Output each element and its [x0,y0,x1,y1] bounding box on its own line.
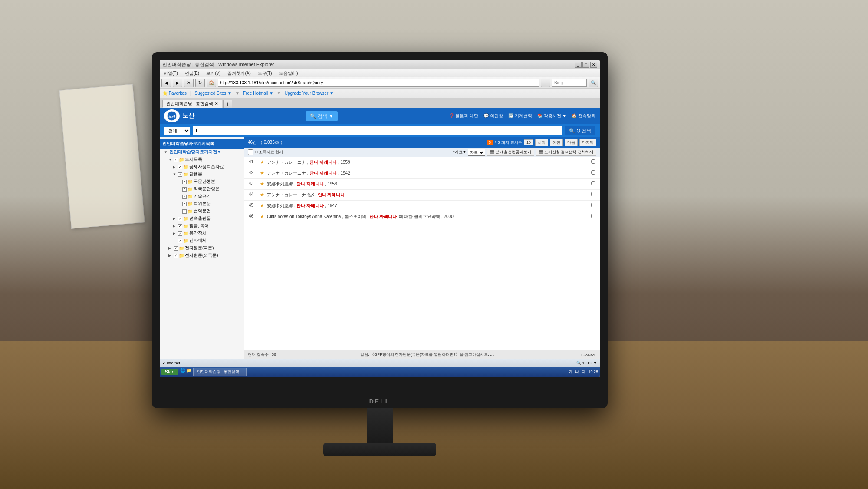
tree-item-pamphlet[interactable]: ▶ ✓ 📁 팜플, 독어 [160,222,244,230]
nav-qa[interactable]: ❓ 물음과 대답 [449,113,479,119]
tree-item-thesis[interactable]: ✓ 📁 학위론문 [160,200,244,208]
tab-close-icon[interactable]: ✕ [215,102,218,106]
prev-btn[interactable]: 이전 [550,139,563,146]
item-checkbox-45[interactable] [591,203,595,207]
upgrade-browser[interactable]: Upgrade Your Browser ▼ [285,91,334,96]
menu-help[interactable]: 도움말(H) [278,70,299,76]
results-area: 46건 （ 0.035초 ） 5 / 5 페지 표시수 10 [244,137,600,359]
minimize-button[interactable]: _ [575,62,582,68]
select-all-checkbox[interactable] [248,149,253,155]
checkbox-library[interactable]: ✓ [174,158,178,162]
tree-label-juche: 공제사상학습자료 [189,164,224,170]
tree-item-tech[interactable]: ✓ 📁 기술규격 [160,193,244,200]
tree-item-korean-books[interactable]: ✓ 📁 국문단행본 [160,178,244,185]
address-bar[interactable] [218,79,539,87]
tree-item-library[interactable]: ▼ ✓ 📁 도서목록 [160,156,244,163]
dell-logo-text: DELL [369,398,391,405]
next-btn[interactable]: 다음 [565,139,578,146]
checkbox-pamphlet[interactable]: ✓ [178,224,182,228]
tree-item-translation[interactable]: ✓ 📁 번역문건 [160,208,244,215]
taskbar-icon-ie: 🌐 [180,368,185,376]
menu-view[interactable]: 보기(V) [205,70,222,76]
ie-search-input[interactable] [552,79,587,87]
library-search-button[interactable]: 🔍 검색 ▼ [306,111,338,121]
home-button[interactable]: 🏠 [207,79,216,87]
per-page-btn[interactable]: 10 [524,139,533,145]
search-btn-icon: 🔍 [569,128,575,134]
item-checkbox-43[interactable] [591,181,595,185]
item-checkbox-44[interactable] [591,192,595,196]
checkbox-books[interactable]: ✓ [178,172,182,177]
ie-search-button[interactable]: 🔍 [589,79,598,87]
title-suffix: '에 대한 클리프요약책 , 2000 [398,214,454,219]
tree-item-ekorean[interactable]: ▶ ✓ 📁 전자원문(국문) [160,244,244,252]
results-header: 46건 （ 0.035초 ） 5 / 5 페지 표시수 10 [244,137,600,148]
back-button[interactable]: ◀ [161,79,171,87]
tree-label-music: 음악장서 [189,231,207,236]
page-separator: / [495,140,496,145]
tree-item-books[interactable]: ▼ ✓ 📁 단행본 [160,171,244,178]
main-search-button[interactable]: 🔍 Q 검색 [565,126,595,135]
tree-label-pamphlet: 팜플, 독어 [189,223,209,229]
result-item-41: 41 ★ アンナ・カレーニナ , 안나 까레니나 , 1959 [244,157,600,168]
tree-item-juche[interactable]: ▶ ✓ 📁 공제사상학습자료 [160,163,244,171]
tree-item-foreign-books[interactable]: ✓ 📁 외국문단행본 [160,185,244,193]
restore-button[interactable]: □ [582,62,589,68]
free-hotmail[interactable]: Free Hotmail ▼ [243,91,273,96]
tree-item-music[interactable]: ▶ ✓ 📁 음악장서 [160,230,244,237]
ie-status-bar: ✓ Internet 🔍 100% ▼ [160,359,600,367]
nav-access[interactable]: 🏠 접속탈퇴 [572,113,595,119]
favorites-btn[interactable]: ⭐ Favorites [162,91,187,96]
checkbox-thesis[interactable]: ✓ [182,202,187,206]
search-category-select[interactable]: 전체 [164,127,190,135]
library-request-btn[interactable]: ▦ 도서신청 검색선택 전체해제 [536,149,596,156]
checkbox-tech[interactable]: ✓ [182,195,187,199]
close-button[interactable]: ✕ [590,62,597,68]
stop-button[interactable]: ✕ [184,79,194,87]
checkbox-juche[interactable]: ✓ [178,165,182,169]
item-checkbox-46[interactable] [591,214,595,218]
tree-item-eforeign[interactable]: ▶ ✓ 📁 전자원문(외국문) [160,252,244,259]
nav-dict[interactable]: 📚 각종사전 ▼ [537,113,566,119]
taskbar-browser-item[interactable]: 인민대학습당 | 통합검색... [193,368,247,376]
title-highlight: 안나 까레니나 [309,171,337,175]
current-page-btn[interactable]: 5 [487,140,493,145]
suggested-sites[interactable]: Suggested Sites ▼ [195,91,232,96]
tab-label: 인민대학습당 | 통합검색 [166,101,213,107]
last-btn[interactable]: 마지막 [579,139,596,146]
item-checkbox-42[interactable] [591,170,595,175]
nav-translate[interactable]: 🔄 기계번역 [508,113,532,119]
checkbox-ekorean[interactable]: ✓ [174,246,178,251]
checkbox-korean[interactable]: ✓ [182,180,187,184]
total-pages: 5 [497,140,500,145]
refresh-button[interactable]: ↻ [195,79,205,87]
checkbox-translation[interactable]: ✓ [182,209,187,214]
menu-favorites[interactable]: 즐겨찾기(A) [226,70,252,76]
item-checkbox-41[interactable] [591,159,595,164]
menu-file[interactable]: 파일(F) [162,70,179,76]
main-search-input[interactable] [193,126,562,135]
tab-main[interactable]: 인민대학습당 | 통합검색 ✕ [162,100,222,108]
tab-new[interactable]: + [223,100,232,108]
branch-view-btn[interactable]: ▦ 분야 출선련공과보기 [487,149,534,156]
sort-select[interactable]: 자료 [468,149,485,156]
menu-edit[interactable]: 편집(E) [184,70,201,76]
tree-item-serial[interactable]: ▶ ✓ 📁 련속출판물 [160,215,244,222]
taskbar: Start 🌐 📁 인민대학습당 | 통합검색... 가 나 다 10:28 [160,367,600,377]
expand-icon: ▼ [168,158,173,162]
checkbox-music[interactable]: ✓ [178,231,182,236]
checkbox-digital[interactable]: ✓ [178,239,182,243]
go-button[interactable]: → [541,79,550,87]
checkbox-eforeign[interactable]: ✓ [174,254,178,258]
checkbox-foreign[interactable]: ✓ [182,187,187,192]
tree-item-digital[interactable]: ✓ 📁 전자대체 [160,237,244,244]
sidebar-tree: 인민대학습당자료기지목록 ▼ 인민대학습당자료기지전▼ ▼ ✓ 📁 도서목록 [160,137,244,359]
checkbox-serial[interactable]: ✓ [178,217,182,221]
start-button[interactable]: Start [161,369,178,375]
nav-opinion[interactable]: 💬 의견함 [483,113,503,119]
forward-button[interactable]: ▶ [173,79,182,87]
tree-item-root[interactable]: ▼ 인민대학습당자료기지전▼ [160,149,244,156]
folder-icon: 📁 [187,187,193,192]
menu-tools[interactable]: 도구(T) [256,70,273,76]
start-btn[interactable]: 시작 [535,139,548,146]
